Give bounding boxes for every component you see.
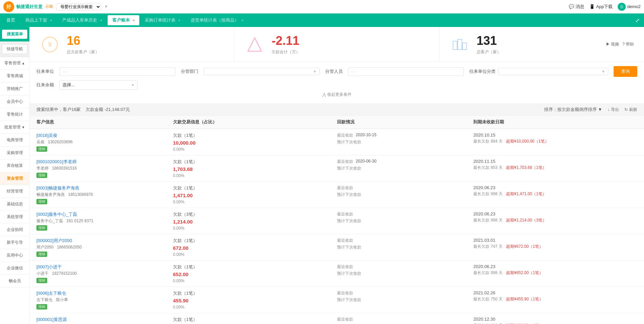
debt-amount-3[interactable]: 1,214.00 [173, 219, 337, 225]
sidebar-item-basic[interactable]: 基础信息 [0, 198, 29, 211]
debt-amount-5[interactable]: 652.00 [173, 271, 337, 277]
sidebar-item-ecom[interactable]: 电商管理 [0, 134, 29, 147]
recovery-last-1: 最近收款 2020-06-30 [337, 159, 474, 165]
sidebar-item-member[interactable]: 会员中心 [0, 95, 29, 108]
recovery-next-6: 预计下次收款 [337, 297, 474, 303]
sidebar-item-newbie[interactable]: 新手引导 [0, 236, 29, 249]
quick-nav-btn[interactable]: 快捷导航 [2, 44, 27, 54]
overdue-link-1[interactable]: 超期¥1,703.68（1笔） [506, 165, 547, 170]
sidebar-item-corp[interactable]: 企业协同 [0, 224, 29, 236]
overdue-link-4[interactable]: 超期¥672.00（1笔） [506, 244, 543, 249]
view-video-btn[interactable]: ▶ 视频 [606, 41, 619, 47]
tab-production-history-close[interactable]: × [100, 18, 102, 22]
refresh-btn[interactable]: ↻ 刷新 [624, 107, 637, 113]
sort-text: 排序：按欠款金额倒序排序 [544, 107, 597, 112]
recovery-info-0: 最近收款 2020-10-15 预计下次收款 [337, 132, 474, 146]
customer-info-4: [000002]用户2050 用户2050 18665062050 现销 [36, 238, 173, 257]
customer-sub-4: 用户2050 18665062050 [36, 244, 173, 250]
tab-customer-account-close[interactable]: × [133, 18, 135, 22]
tab-customer-account[interactable]: 客户账本 × [108, 15, 139, 25]
customer-name-7[interactable]: [000001]黄思源 [36, 317, 173, 323]
customer-name-6[interactable]: [0006]去下粮仓 [36, 290, 173, 296]
debt-amount-2[interactable]: 1,471.00 [173, 193, 337, 198]
sidebar-item-retail-mall[interactable]: 零售商城 [0, 70, 29, 83]
tab-product-off-close[interactable]: × [50, 18, 52, 22]
filter-balance: 往来余额 选择... ▼ [36, 80, 138, 90]
customer-name-2[interactable]: [0003]畅捷服务尹海燕 [36, 185, 173, 191]
export-btn[interactable]: ↓ 导出 [608, 107, 619, 113]
sort-chevron-icon: ▼ [598, 107, 602, 112]
sidebar-item-sys[interactable]: 系统管理 [0, 211, 29, 224]
debt-percent-2: 0.00% [173, 200, 337, 204]
source-unit-select[interactable]: ··· [59, 67, 175, 76]
app-btn[interactable]: 📱 App下载 [589, 4, 613, 10]
overdue-link-3[interactable]: 超期¥1,214.00（3笔） [506, 218, 547, 223]
table-row: [0003]畅捷服务尹海燕 畅捷服务尹海燕 18513066976 现销 欠款（… [30, 182, 644, 208]
sidebar-item-retail-stats[interactable]: 零售统计 [0, 108, 29, 121]
collapse-btn[interactable]: ⋀ 收起更多条件 [36, 90, 637, 99]
unit-type-select[interactable]: ▼ [498, 68, 608, 75]
tab-stock-stats[interactable]: 进货单统计表（按商品） × [186, 15, 248, 25]
tab-production-history[interactable]: 产成品入库单历史 × [57, 15, 107, 25]
search-menu-btn[interactable]: 搜索菜单 [2, 30, 27, 39]
customer-badge-5: 现销 [36, 278, 47, 283]
help-btn[interactable]: ? 帮助 [622, 41, 634, 47]
refresh-icon: ↻ [624, 107, 628, 112]
recovery-info-6: 最近收款 预计下次收款 [337, 290, 474, 304]
balance-label: 往来余额 [36, 82, 57, 88]
customer-name-1[interactable]: [0001020001]李老师 [36, 159, 173, 165]
debt-amount-1[interactable]: 1,703.68 [173, 166, 337, 172]
customer-name-3[interactable]: [0002]服务中心_丁磊 [36, 211, 173, 217]
msg-btn[interactable]: 💬 消息 [569, 4, 584, 10]
company-select[interactable]: 母婴行业演示账套 [56, 3, 101, 10]
sidebar-item-purchase[interactable]: 采购管理 [0, 147, 29, 159]
overdue-link-6[interactable]: 超期¥455.90（1笔） [506, 297, 543, 301]
sidebar-item-batch-mgmt[interactable]: 批发管理 ▼ [0, 121, 29, 134]
overdue-link-5[interactable]: 超期¥652.00（1笔） [506, 270, 543, 275]
user-avatar[interactable]: D demo2 [618, 3, 641, 11]
top-bar: 好 畅捷通好生意 示账 母婴行业演示账套 ▼ 💬 消息 📱 App下载 D de… [0, 0, 644, 13]
username-label: demo2 [627, 4, 641, 9]
expand-arrow[interactable]: ▼ [104, 4, 108, 9]
sidebar-item-wechat[interactable]: 企业微信 [0, 262, 29, 275]
person-select[interactable]: ··· [348, 67, 464, 76]
overdue-link-0[interactable]: 超期¥10,000.00（1笔） [506, 139, 549, 144]
table-row: [0016]吴俊 吴俊 13026203696 现销 欠款（1笔） 10,000… [30, 129, 644, 155]
customer-name-0[interactable]: [0016]吴俊 [36, 132, 173, 139]
debt-amount-0[interactable]: 10,000.00 [173, 140, 337, 146]
sidebar-item-apps[interactable]: 应用中心 [0, 249, 29, 262]
tab-stock-stats-close[interactable]: × [242, 18, 244, 22]
nav-expand-btn[interactable]: ⤢ [633, 17, 642, 24]
sidebar-item-vip[interactable]: 畅会员 [0, 275, 29, 288]
sidebar-item-stock-check[interactable]: 库存核算 [0, 159, 29, 172]
stat-icon-amount [245, 34, 265, 55]
dept-select[interactable]: ▼ [204, 68, 320, 75]
customer-name-5[interactable]: [0007]小进干 [36, 264, 173, 270]
sidebar-item-ops[interactable]: 经营管理 [0, 185, 29, 198]
stat-card-actions: ▶ 视频 ? 帮助 [606, 41, 634, 47]
sidebar-item-retail-mgmt[interactable]: 零售管理 ▲ [0, 57, 29, 70]
balance-select[interactable]: 选择... ▼ [59, 80, 138, 90]
recovery-last-0: 最近收款 2020-10-15 [337, 132, 474, 138]
tab-product-off[interactable]: 商品上下架 × [21, 15, 57, 25]
recovery-next-2: 预计下次收款 [337, 192, 474, 198]
sidebar-item-marketing[interactable]: 营销推广 [0, 83, 29, 95]
customer-badge-1: 现销 [36, 173, 47, 178]
recovery-last-3: 最近收款 [337, 211, 474, 217]
debt-info-1: 欠款（1笔） 1,703.68 0.00% [173, 159, 337, 178]
overdue-date-0: 2020.10.15 [473, 132, 637, 138]
overdue-link-2[interactable]: 超期¥1,471.00（1笔） [506, 192, 547, 196]
sidebar-item-capital[interactable]: 资金管理 [0, 172, 29, 185]
customer-name-4[interactable]: [000002]用户2050 [36, 238, 173, 244]
customer-sub-0: 吴俊 13026203696 [36, 139, 173, 145]
tab-home[interactable]: 首页 [2, 15, 20, 25]
tab-purchase-order-close[interactable]: × [178, 18, 180, 22]
sidebar-label-apps: 应用中心 [7, 253, 23, 258]
debt-amount-4[interactable]: 672.00 [173, 245, 337, 251]
stats-row: ¥ 16 总欠款客户（家） -2.11 欠款合计（万） [30, 27, 644, 62]
debt-amount-6[interactable]: 455.90 [173, 298, 337, 303]
filter-unit-type: 往来单位分类 ▼ [469, 68, 608, 75]
recovery-next-4: 预计下次收款 [337, 244, 474, 250]
tab-purchase-order[interactable]: 采购订单统计表 × [140, 15, 185, 25]
search-button[interactable]: 查询 [614, 66, 637, 77]
